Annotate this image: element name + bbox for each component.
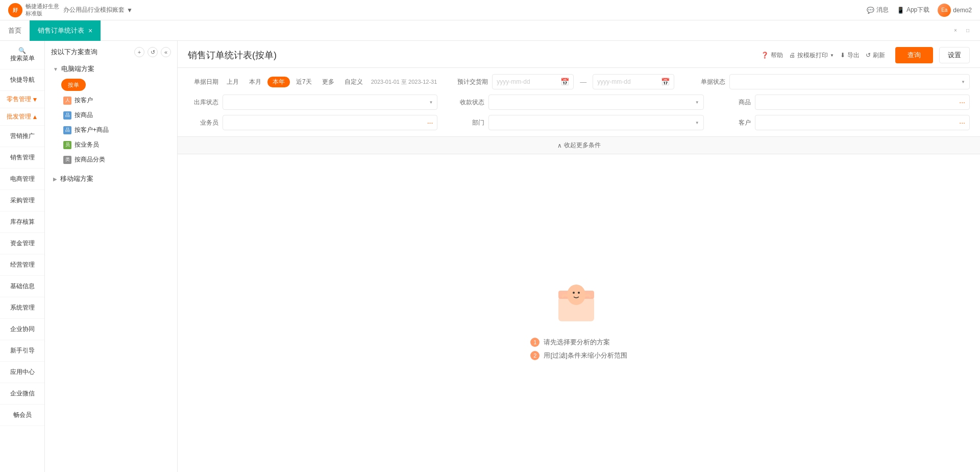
logo-area: 好 畅捷通好生意 标准版 [8,3,59,17]
sidebar-item-search[interactable]: 🔍 搜索菜单 [0,41,44,69]
sidebar-item-basicinfo[interactable]: 基础信息 [0,276,44,297]
sidebar-item-wholesale[interactable]: 批发管理 ▲ [0,108,44,126]
goods-icon: 品 [63,111,71,120]
topbar-right: 💬 消息 📱 App下载 Ea demo2 [867,4,972,17]
date-btn-custom[interactable]: 自定义 [340,77,367,87]
tab-close-icon[interactable]: × [88,27,92,35]
date-btn-thismonth[interactable]: 本月 [245,77,265,87]
tab-active[interactable]: 销售订单统计表 × [30,20,101,41]
dept-select[interactable]: ▼ [488,115,703,130]
goods-input[interactable]: ··· [755,95,970,110]
date-btn-lastmonth[interactable]: 上月 [223,77,243,87]
tree-root-mobile[interactable]: ▶ 移动端方案 [49,171,173,186]
goods-ellipsis[interactable]: ··· [959,98,965,106]
sidebar-item-operations[interactable]: 经营管理 [0,254,44,276]
topbar-left: 好 畅捷通好生意 标准版 办公用品行业模拟账套 ▼ [8,3,133,17]
payment-status-select[interactable]: ▼ [488,95,703,110]
tree-root-pc[interactable]: ▼ 电脑端方案 [49,61,173,77]
logo-icon: 好 [8,3,22,17]
sidebar-item-purchase[interactable]: 采购管理 [0,190,44,211]
status-select[interactable]: ▼ [729,74,970,89]
window-max-btn[interactable]: □ [964,27,972,35]
user-menu[interactable]: Ea demo2 [938,4,972,17]
collapse-panel-btn[interactable]: « [161,47,171,57]
empty-illustration [548,266,609,327]
sidebar-item-finance[interactable]: 资金管理 [0,233,44,254]
query-button[interactable]: 查询 [895,47,933,63]
sidebar-item-cooperation[interactable]: 企业协同 [0,319,44,340]
sidebar-item-ecommerce[interactable]: 电商管理 [0,169,44,190]
content-area: 按以下方案查询 + ↺ « ▼ 电脑端方案 按单 [45,41,980,472]
help-icon: ❓ [761,52,769,59]
app-icon: 📱 [897,7,904,14]
export-icon: ⬇ [840,52,845,59]
tree-item-by-category[interactable]: 类 按商品分类 [49,152,173,167]
tree-item-by-customer[interactable]: 人 按客户 [49,93,173,108]
breadcrumb[interactable]: 办公用品行业模拟账套 ▼ [63,6,133,14]
message-btn[interactable]: 💬 消息 [867,6,889,14]
chevron-down-icon: ▼ [53,66,58,72]
sidebar-item-retail[interactable]: 零售管理 ▼ [0,91,44,108]
date-btn-thisyear[interactable]: 本年 [267,77,290,87]
refresh-scheme-btn[interactable]: ↺ [148,47,158,57]
dept-label: 部门 [454,119,484,127]
window-close-btn[interactable]: × [951,27,960,35]
sidebar: 🔍 搜索菜单 快捷导航 零售管理 ▼ 批发管理 ▲ 营销推广 销售管理 电商管理… [0,41,45,472]
refresh-icon: ↺ [866,52,871,59]
sidebar-item-member[interactable]: 畅会员 [0,405,44,426]
sidebar-item-guide[interactable]: 新手引导 [0,340,44,362]
date-btn-more[interactable]: 更多 [318,77,338,87]
customer-label: 客户 [720,119,751,127]
staff-input[interactable]: ··· [223,115,437,130]
calendar-icon-2: 📅 [661,78,670,86]
app-download-btn[interactable]: 📱 App下载 [897,6,929,14]
tab-home[interactable]: 首页 [0,20,30,41]
sidebar-item-wechat[interactable]: 企业微信 [0,383,44,405]
expected-date-label: 预计交货期 [457,78,488,86]
tree-item-by-order[interactable]: 按单 [49,77,173,93]
export-btn[interactable]: ⬇ 导出 [840,51,860,60]
logo-text: 畅捷通好生意 标准版 [26,3,59,16]
collapse-row[interactable]: ∧ 收起更多条件 [178,137,980,154]
customer-ellipsis[interactable]: ··· [959,119,965,127]
window-controls: × □ [951,27,980,35]
collapse-btn[interactable]: ∧ 收起更多条件 [557,141,601,150]
print-arrow-icon: ▼ [830,53,834,58]
date-label: 单据日期 [188,78,218,86]
main-layout: 🔍 搜索菜单 快捷导航 零售管理 ▼ 批发管理 ▲ 营销推广 销售管理 电商管理… [0,41,980,472]
right-main: 销售订单统计表(按单) ❓ 帮助 🖨 按模板打印 ▼ ⬇ 导出 [178,41,980,472]
date-btn-7days[interactable]: 近7天 [292,77,316,87]
calendar-icon: 📅 [560,78,569,86]
filter-row-2: 出库状态 ▼ 收款状态 ▼ 商品 [188,95,970,110]
sidebar-item-quicknav[interactable]: 快捷导航 [0,69,44,91]
panel-title: 按以下方案查询 [51,48,97,57]
help-btn[interactable]: ❓ 帮助 [761,51,783,60]
staff-ellipsis[interactable]: ··· [427,119,433,127]
tree-item-by-staff[interactable]: 员 按业务员 [49,137,173,152]
svg-point-3 [573,292,575,294]
print-btn[interactable]: 🖨 按模板打印 ▼ [789,51,834,60]
hint-num-2: 2 [530,351,540,360]
search-icon: 🔍 [2,47,42,54]
print-icon: 🖨 [789,52,795,59]
sidebar-item-marketing[interactable]: 营销推广 [0,126,44,147]
sidebar-item-appcenter[interactable]: 应用中心 [0,362,44,383]
person-icon: 人 [63,97,71,105]
date-separator: — [578,78,589,86]
sidebar-item-system[interactable]: 系统管理 [0,297,44,319]
chevron-right-icon: ▶ [53,176,57,182]
chevron-up-icon: ▲ [32,113,38,121]
out-status-select[interactable]: ▼ [223,95,437,110]
tree-item-by-customer-goods[interactable]: 品 按客户+商品 [49,123,173,137]
topbar: 好 畅捷通好生意 标准版 办公用品行业模拟账套 ▼ 💬 消息 📱 App下载 E… [0,0,980,20]
refresh-btn[interactable]: ↺ 刷新 [866,51,885,60]
customer-input[interactable]: ··· [755,115,970,130]
panel-header: 按以下方案查询 + ↺ « [45,47,177,61]
date-from-input[interactable]: yyyy-mm-dd 📅 [492,74,574,89]
sidebar-item-inventory[interactable]: 库存核算 [0,211,44,233]
date-to-input[interactable]: yyyy-mm-dd 📅 [593,74,674,89]
sidebar-item-sales[interactable]: 销售管理 [0,147,44,169]
setting-button[interactable]: 设置 [939,47,970,63]
tree-item-by-goods[interactable]: 品 按商品 [49,108,173,123]
add-scheme-btn[interactable]: + [134,47,144,57]
